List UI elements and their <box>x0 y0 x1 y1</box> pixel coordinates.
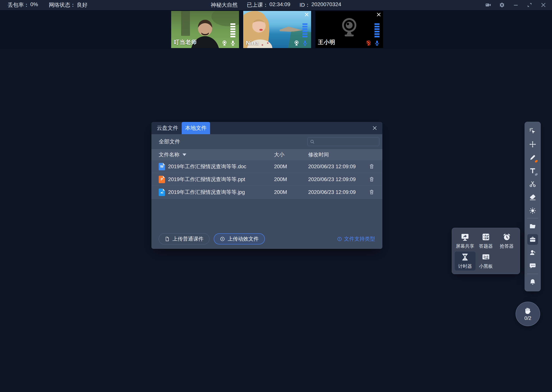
alarm-clock-icon <box>502 232 511 241</box>
search-icon <box>310 139 314 144</box>
eraser-tool[interactable] <box>527 192 538 203</box>
move-tool[interactable] <box>527 139 538 150</box>
timer-item[interactable]: 计时器 <box>455 252 476 270</box>
minimize-icon[interactable] <box>513 2 519 8</box>
search-input[interactable] <box>316 139 377 145</box>
file-row-jpg[interactable]: 2019年工作汇报情况查询等等.jpg 200M 2020/06/23 12:0… <box>152 186 382 199</box>
screen-share-item[interactable]: 屏幕共享 <box>455 231 476 250</box>
bell-icon <box>529 278 536 286</box>
pen-tool[interactable] <box>527 152 538 163</box>
close-video-icon[interactable] <box>304 12 309 17</box>
text-tool[interactable] <box>527 165 538 176</box>
close-window-icon[interactable] <box>540 2 546 8</box>
column-filename-label: 文件名称 <box>159 151 179 158</box>
settings-gear-icon[interactable] <box>499 2 505 8</box>
screen-share-label: 屏幕共享 <box>456 243 474 249</box>
scissors-tool[interactable] <box>527 179 538 189</box>
nina-status-icons <box>293 40 300 46</box>
packet-loss-stat: 丢包率： 0% <box>8 1 38 9</box>
toolbar-divider <box>527 274 538 274</box>
delete-file-icon[interactable] <box>369 176 375 182</box>
scissors-icon <box>529 180 536 188</box>
camera-on-icon[interactable] <box>221 40 227 46</box>
whiteboard-toolbar <box>525 122 541 291</box>
courseware-folder-tool[interactable] <box>527 221 538 231</box>
pencil-icon <box>529 154 536 161</box>
mic-active-icon[interactable] <box>374 40 380 46</box>
supported-file-types-link[interactable]: 文件支持类型 <box>337 235 375 242</box>
video-tiles: 叮当老师 N <box>171 11 383 48</box>
room-title: 神秘大自然 <box>211 1 238 9</box>
laser-dot-icon <box>529 207 536 214</box>
hand-icon <box>524 307 532 315</box>
cursor-click-icon <box>529 127 536 135</box>
member-icon <box>529 249 536 256</box>
notification-bell-tool[interactable] <box>527 277 538 287</box>
column-filename[interactable]: 文件名称 <box>159 151 274 158</box>
network-status-stat: 网络状态： 良好 <box>49 1 87 9</box>
blackboard-label: 小黑板 <box>479 263 493 269</box>
document-icon <box>165 236 170 242</box>
camera-off-icon[interactable] <box>365 40 372 46</box>
mic-on-icon[interactable] <box>230 40 236 46</box>
network-status-label: 网络状态： <box>49 1 75 9</box>
eraser-icon <box>529 194 536 201</box>
teacher-status-icons <box>221 40 227 46</box>
close-video-icon[interactable] <box>376 12 381 17</box>
file-search-box <box>307 137 379 146</box>
delete-file-icon[interactable] <box>369 163 375 170</box>
dialog-close-icon[interactable] <box>372 125 378 131</box>
chat-tool[interactable] <box>527 260 538 271</box>
session-info: 神秘大自然 已上课： 02:34:09 ID： 2020070324 <box>211 1 341 9</box>
upload-motion-file-button[interactable]: 上传动效文件 <box>214 233 265 245</box>
image-file-icon <box>159 189 165 196</box>
info-icon <box>337 236 342 242</box>
members-tool[interactable] <box>527 247 538 258</box>
room-id: ID： 2020070324 <box>300 1 341 9</box>
video-tile-nina[interactable]: Nina <box>243 11 311 48</box>
sort-descending-icon <box>182 154 186 156</box>
upload-normal-courseware-button[interactable]: 上传普通课件 <box>159 233 210 245</box>
class-time: 已上课： 02:34:09 <box>247 1 290 9</box>
camera-on-icon[interactable] <box>293 40 300 46</box>
dialog-tab-bar: 云盘文件 本地文件 <box>152 122 382 134</box>
file-name: 2019年工作汇报情况查询等等.doc <box>168 163 246 170</box>
restore-window-icon[interactable] <box>527 2 532 8</box>
tab-cloud-files[interactable]: 云盘文件 <box>153 122 182 134</box>
video-tile-teacher[interactable]: 叮当老师 <box>171 11 239 48</box>
toolbar-divider <box>527 218 538 218</box>
video-tile-wangxiaoming[interactable]: 王小明 <box>315 11 383 48</box>
all-files-filter[interactable]: 全部文件 <box>159 138 180 145</box>
window-controls <box>485 2 552 8</box>
mic-active-icon[interactable] <box>302 40 308 46</box>
wang-status-icons <box>365 40 372 46</box>
volume-level-bars <box>302 23 307 37</box>
file-row-ppt[interactable]: P 2019年工作汇报情况查询等等.ppt 200M 2020/06/23 12… <box>152 173 382 186</box>
file-row-doc[interactable]: W 2019年工作汇报情况查询等等.doc 200M 2020/06/23 12… <box>152 160 382 173</box>
volume-level-bars <box>375 23 379 37</box>
recording-camera-icon[interactable] <box>485 2 491 8</box>
file-size: 200M <box>274 176 308 182</box>
select-tool[interactable] <box>527 126 538 136</box>
hourglass-icon <box>461 253 469 261</box>
column-size: 大小 <box>274 151 308 158</box>
buzzer-item[interactable]: 抢答器 <box>496 231 517 250</box>
packet-loss-label: 丢包率： <box>8 1 29 9</box>
raise-hand-button[interactable]: 0/2 <box>516 302 540 326</box>
class-time-label: 已上课： <box>247 1 268 9</box>
blackboard-item[interactable]: 2+3 小黑板 <box>476 252 496 270</box>
dialog-footer: 上传普通课件 上传动效文件 文件支持类型 <box>152 229 382 249</box>
answer-pad-item[interactable]: AB 答题器 <box>476 231 496 250</box>
file-size: 200M <box>274 164 308 170</box>
file-picker-dialog: 云盘文件 本地文件 全部文件 文件名称 大小 修改时间 W 2019年工作汇报情… <box>152 122 382 249</box>
file-modified: 2020/06/23 12:09:09 <box>308 176 369 182</box>
file-filter-row: 全部文件 <box>152 134 382 149</box>
delete-file-icon[interactable] <box>369 189 375 195</box>
participant-name: Nina <box>246 40 259 46</box>
toolbox-tool[interactable] <box>527 234 538 245</box>
tab-local-files[interactable]: 本地文件 <box>182 122 210 134</box>
top-status-bar: 丢包率： 0% 网络状态： 良好 神秘大自然 已上课： 02:34:09 ID：… <box>0 0 552 10</box>
laser-pointer-tool[interactable] <box>527 205 538 216</box>
svg-text:B: B <box>485 237 487 240</box>
network-status-value: 良好 <box>77 1 87 9</box>
